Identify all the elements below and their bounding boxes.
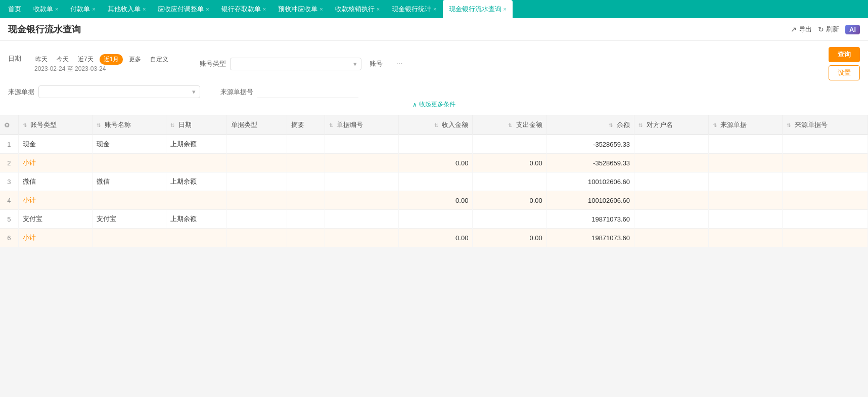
col-gear: ⚙ <box>0 115 18 135</box>
account-type-select[interactable]: ▾ <box>230 58 361 70</box>
nav-cash-stats[interactable]: 现金银行统计 × <box>386 0 442 18</box>
refresh-icon: ↻ <box>818 25 824 33</box>
source-doc-arrow-icon: ▾ <box>192 88 196 96</box>
sort-account-type-icon: ⇅ <box>23 122 27 128</box>
account-name-cell: 微信 <box>92 172 166 191</box>
col-source-doc[interactable]: ⇅ 来源单据 <box>708 115 782 135</box>
expense-cell: 0.00 <box>473 191 546 210</box>
col-date[interactable]: ⇅ 日期 <box>166 115 226 135</box>
account-type-cell: 小计 <box>18 229 92 247</box>
balance-cell: 100102606.60 <box>546 172 634 191</box>
sort-source-doc-no-icon: ⇅ <box>787 122 791 128</box>
date-opt-today[interactable]: 今天 <box>54 54 72 65</box>
date-label: 日期 <box>8 54 28 63</box>
col-account-type[interactable]: ⇅ 账号类型 <box>18 115 92 135</box>
source-doc-filter: 来源单据 ▾ <box>8 85 200 98</box>
nav-ar-ap-adjust[interactable]: 应收应付调整单 × <box>152 0 215 18</box>
nav-cash-flow-query[interactable]: 现金银行流水查询 × <box>443 0 513 18</box>
doc-type-cell <box>226 210 287 229</box>
nav-advance-offset[interactable]: 预收冲应收单 × <box>272 0 329 18</box>
source-doc-cell <box>708 135 782 154</box>
export-button[interactable]: ↗ 导出 <box>791 25 812 34</box>
date-filter-group: 日期 昨天 今天 近7天 近1月 更多 自定义 2023-02-24 至 202… <box>8 54 171 73</box>
nav-other-income[interactable]: 其他收入单 × <box>102 0 152 18</box>
income-cell: 0.00 <box>398 154 472 172</box>
nav-payment[interactable]: 付款单 × <box>64 0 101 18</box>
gear-icon[interactable]: ⚙ <box>4 121 10 129</box>
source-doc-label: 来源单据 <box>8 87 34 97</box>
collapse-label: 收起更多条件 <box>419 100 455 109</box>
balance-cell: 100102606.60 <box>546 191 634 210</box>
close-advance-offset-icon[interactable]: × <box>319 0 323 18</box>
nav-receipt-verify[interactable]: 收款核销执行 × <box>329 0 386 18</box>
table-row: 4小计0.000.00100102606.60 <box>0 191 868 210</box>
account-dots-icon[interactable]: ··· <box>394 59 404 68</box>
source-doc-select[interactable]: ▾ <box>38 85 200 98</box>
counterpart-cell <box>634 191 708 210</box>
collapse-bar[interactable]: ∧ 收起更多条件 <box>8 98 860 109</box>
income-cell: 0.00 <box>398 229 472 247</box>
close-receipt-icon[interactable]: × <box>55 0 58 18</box>
date-opt-1month[interactable]: 近1月 <box>100 54 123 65</box>
close-payment-icon[interactable]: × <box>92 0 95 18</box>
date-options: 昨天 今天 近7天 近1月 更多 自定义 <box>32 54 171 65</box>
col-account-name[interactable]: ⇅ 账号名称 <box>92 115 166 135</box>
date-cell: 上期余额 <box>166 172 226 191</box>
nav-bank-deposit[interactable]: 银行存取款单 × <box>215 0 272 18</box>
account-type-filter: 账号类型 ▾ <box>200 58 361 70</box>
close-bank-deposit-icon[interactable]: × <box>263 0 266 18</box>
close-receipt-verify-icon[interactable]: × <box>377 0 380 18</box>
col-income[interactable]: ⇅ 收入金额 <box>398 115 472 135</box>
nav-receipt[interactable]: 收款单 × <box>27 0 64 18</box>
account-label: 账号 <box>370 59 390 68</box>
col-balance[interactable]: ⇅ 余额 <box>546 115 634 135</box>
refresh-button[interactable]: ↻ 刷新 <box>818 25 839 34</box>
col-source-doc-no[interactable]: ⇅ 来源单据号 <box>782 115 867 135</box>
table-row: 3微信微信上期余额100102606.60 <box>0 172 868 191</box>
date-opt-7days[interactable]: 近7天 <box>75 54 97 65</box>
summary-cell <box>287 229 325 247</box>
data-table: ⚙ ⇅ 账号类型 ⇅ 账号名称 ⇅ 日期 单据类型 摘要 <box>0 115 868 247</box>
settings-button[interactable]: 设置 <box>829 65 860 80</box>
source-doc-no-input[interactable] <box>257 86 358 98</box>
account-type-cell: 现金 <box>18 135 92 154</box>
sort-date-icon: ⇅ <box>170 122 174 128</box>
ai-button[interactable]: Ai <box>845 25 860 34</box>
date-cell: 上期余额 <box>166 135 226 154</box>
col-counterpart[interactable]: ⇅ 对方户名 <box>634 115 708 135</box>
filter-row-2: 来源单据 ▾ 来源单据号 <box>8 85 860 98</box>
table-row: 1现金现金上期余额-3528659.33 <box>0 135 868 154</box>
summary-cell <box>287 172 325 191</box>
account-name-cell: 支付宝 <box>92 210 166 229</box>
table-row: 2小计0.000.00-3528659.33 <box>0 154 868 172</box>
counterpart-cell <box>634 210 708 229</box>
close-ar-ap-adjust-icon[interactable]: × <box>206 0 209 18</box>
date-opt-yesterday[interactable]: 昨天 <box>32 54 51 65</box>
doc-type-cell <box>226 172 287 191</box>
income-cell <box>398 210 472 229</box>
close-cash-stats-icon[interactable]: × <box>433 0 436 18</box>
doc-no-cell <box>325 172 398 191</box>
sort-income-icon: ⇅ <box>434 122 438 128</box>
date-options-group: 昨天 今天 近7天 近1月 更多 自定义 2023-02-24 至 2023-0… <box>32 54 171 73</box>
nav-home[interactable]: 首页 <box>2 0 27 18</box>
date-opt-custom[interactable]: 自定义 <box>147 54 171 65</box>
counterpart-cell <box>634 172 708 191</box>
date-cell <box>166 154 226 172</box>
date-cell <box>166 229 226 247</box>
source-doc-cell <box>708 154 782 172</box>
close-cash-flow-icon[interactable]: × <box>504 0 507 18</box>
doc-type-cell <box>226 191 287 210</box>
col-expense[interactable]: ⇅ 支出金额 <box>473 115 546 135</box>
doc-type-cell <box>226 154 287 172</box>
date-opt-more[interactable]: 更多 <box>126 54 144 65</box>
close-other-income-icon[interactable]: × <box>143 0 146 18</box>
col-doc-no[interactable]: ⇅ 单据编号 <box>325 115 398 135</box>
balance-cell: 19871073.60 <box>546 210 634 229</box>
counterpart-cell <box>634 229 708 247</box>
summary-cell <box>287 154 325 172</box>
top-navigation: 首页 收款单 × 付款单 × 其他收入单 × 应收应付调整单 × 银行存取款单 … <box>0 0 868 18</box>
account-type-cell: 小计 <box>18 191 92 210</box>
source-doc-no-cell <box>782 229 867 247</box>
query-button[interactable]: 查询 <box>829 47 860 62</box>
